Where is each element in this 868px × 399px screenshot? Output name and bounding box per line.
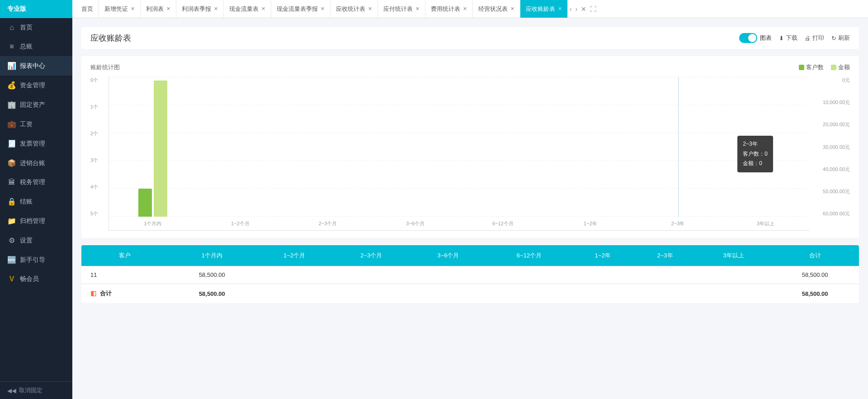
legend-customers-dot [799, 65, 804, 70]
close-icon[interactable]: ✕ [261, 6, 265, 12]
table-footer-row: ◧ 合计 58,500.00 58,500.00 [81, 284, 859, 304]
chart-toggle[interactable] [739, 33, 757, 43]
sidebar-item-tax[interactable]: 🏛 税务管理 [0, 173, 72, 192]
sidebar-item-ledger[interactable]: ≡ 总账 [0, 37, 72, 56]
close-icon[interactable]: ✕ [463, 6, 467, 12]
guide-icon: 🆕 [7, 256, 16, 264]
y-left-1: 1个 [90, 104, 108, 110]
footer-m23 [333, 284, 410, 304]
sidebar-item-guide[interactable]: 🆕 新手引导 [0, 250, 72, 270]
sidebar-pin-toggle[interactable]: ◀◀ 取消固定 [0, 381, 72, 399]
bar-group-4 [372, 77, 459, 217]
tab-ar-stats-label: 应收统计表 [336, 5, 365, 13]
footer-m1: 58,500.00 [168, 284, 256, 304]
tab-cashflow[interactable]: 现金流量表 ✕ [224, 0, 271, 18]
cell-m23 [333, 266, 410, 284]
sidebar-item-settings[interactable]: ⚙ 设置 [0, 231, 72, 250]
sidebar-label-ledger: 总账 [20, 43, 33, 51]
tab-cashflow-label: 现金流量表 [229, 5, 259, 13]
sidebar-label-salary: 工资 [20, 120, 33, 128]
tab-business-status[interactable]: 经营状况表 ✕ [473, 0, 520, 18]
close-icon[interactable]: ✕ [510, 6, 514, 12]
cell-m36 [410, 266, 486, 284]
chart-section: 账龄统计图 客户数 金额 5个 4个 3个 2个 1个 0个 [81, 56, 859, 238]
tab-next-button[interactable]: › [574, 5, 580, 13]
tab-home[interactable]: 首页 [76, 0, 99, 18]
tab-maximize-button[interactable]: ⛶ [588, 5, 598, 13]
y-left-3: 3个 [90, 157, 108, 164]
col-m612: 6~12个月 [486, 245, 571, 266]
sidebar-item-salary[interactable]: 💼 工资 [0, 114, 72, 134]
y-axis-left: 5个 4个 3个 2个 1个 0个 [90, 77, 108, 231]
app-logo: 专业版 [0, 0, 72, 18]
invoice-icon: 🧾 [7, 139, 16, 148]
tab-expense-stats[interactable]: 费用统计表 ✕ [425, 0, 473, 18]
page-title: 应收账龄表 [90, 33, 131, 43]
cell-m1: 58,500.00 [168, 266, 256, 284]
y-right-20000: 20,000.00元 [813, 121, 850, 128]
sidebar-item-funds[interactable]: 💰 资金管理 [0, 76, 72, 95]
col-y3plus: 3年以上 [696, 245, 771, 266]
col-m1: 1个月内 [168, 245, 256, 266]
refresh-icon: ↻ [831, 35, 836, 42]
bar-group-5 [459, 77, 547, 217]
close-icon[interactable]: ✕ [166, 6, 170, 12]
sidebar-item-archive[interactable]: 📁 归档管理 [0, 211, 72, 231]
col-y23: 2~3年 [634, 245, 696, 266]
close-icon[interactable]: ✕ [131, 6, 135, 12]
salary-icon: 💼 [7, 120, 16, 128]
cell-customer: 11 [81, 266, 168, 284]
tab-voucher[interactable]: 新增凭证 ✕ [99, 0, 141, 18]
y-left-2: 2个 [90, 130, 108, 137]
tab-ar-stats[interactable]: 应收统计表 ✕ [330, 0, 378, 18]
tab-close-all-button[interactable]: ✕ [579, 5, 588, 13]
tab-cashflow-season-label: 现金流量表季报 [277, 5, 318, 13]
tab-prev-button[interactable]: ‹ [568, 5, 574, 13]
tab-ap-stats[interactable]: 应付统计表 ✕ [378, 0, 425, 18]
pin-label: 取消固定 [19, 386, 42, 394]
col-m23: 2~3个月 [333, 245, 410, 266]
sidebar-item-checkout[interactable]: 🔒 结账 [0, 192, 72, 211]
close-icon[interactable]: ✕ [321, 6, 325, 12]
funds-icon: 💰 [7, 81, 16, 90]
cell-m12 [256, 266, 333, 284]
download-button[interactable]: ⬇ 下载 [779, 34, 797, 42]
print-button[interactable]: 🖨 打印 [805, 34, 824, 42]
home-icon: ⌂ [7, 24, 16, 32]
legend-amount-dot [831, 65, 836, 70]
footer-y3plus [696, 284, 771, 304]
close-icon[interactable]: ✕ [558, 6, 562, 12]
sidebar-label-settings: 设置 [20, 237, 33, 245]
sidebar-label-guide: 新手引导 [20, 256, 45, 264]
chart-container: 5个 4个 3个 2个 1个 0个 [90, 77, 850, 231]
tab-ar-aging[interactable]: 应收账龄表 ✕ [520, 0, 568, 18]
x-label-3: 2~3个月 [284, 217, 372, 230]
sidebar-item-home[interactable]: ⌂ 首页 [0, 18, 72, 37]
sidebar-item-vip[interactable]: V 畅会员 [0, 270, 72, 289]
sidebar-label-funds: 资金管理 [20, 81, 45, 90]
legend-amount-label: 金额 [838, 63, 850, 71]
data-table: 客户 1个月内 1~2个月 2~3个月 3~6个月 6~12个月 1~2年 2~… [81, 245, 859, 303]
col-customer: 客户 [81, 245, 168, 266]
refresh-button[interactable]: ↻ 刷新 [831, 34, 850, 42]
tab-profit[interactable]: 利润表 ✕ [141, 0, 176, 18]
close-icon[interactable]: ✕ [368, 6, 372, 12]
tab-cashflow-season[interactable]: 现金流量表季报 ✕ [271, 0, 330, 18]
y-right-60000: 60,000.00元 [813, 210, 850, 217]
sidebar-item-assets[interactable]: 🏢 固定资产 [0, 95, 72, 114]
tab-ar-aging-label: 应收账龄表 [526, 5, 555, 13]
sidebar-item-reports[interactable]: 📊 报表中心 [0, 56, 72, 76]
col-total: 合计 [771, 245, 859, 266]
print-label: 打印 [812, 34, 824, 42]
close-icon[interactable]: ✕ [415, 6, 420, 12]
bar-group-6 [547, 77, 634, 217]
tab-voucher-label: 新增凭证 [104, 5, 128, 13]
sidebar-item-invoice[interactable]: 🧾 发票管理 [0, 134, 72, 153]
close-icon[interactable]: ✕ [214, 6, 218, 12]
y-right-10000: 10,000.00元 [813, 99, 850, 106]
table-header-row: 客户 1个月内 1~2个月 2~3个月 3~6个月 6~12个月 1~2年 2~… [81, 245, 859, 266]
tab-profit-season[interactable]: 利润表季报 ✕ [176, 0, 224, 18]
chart-toggle-wrap: 图表 [739, 33, 772, 43]
sidebar-item-inventory[interactable]: 📦 进销台账 [0, 153, 72, 173]
x-label-2: 1~2个月 [197, 217, 284, 230]
